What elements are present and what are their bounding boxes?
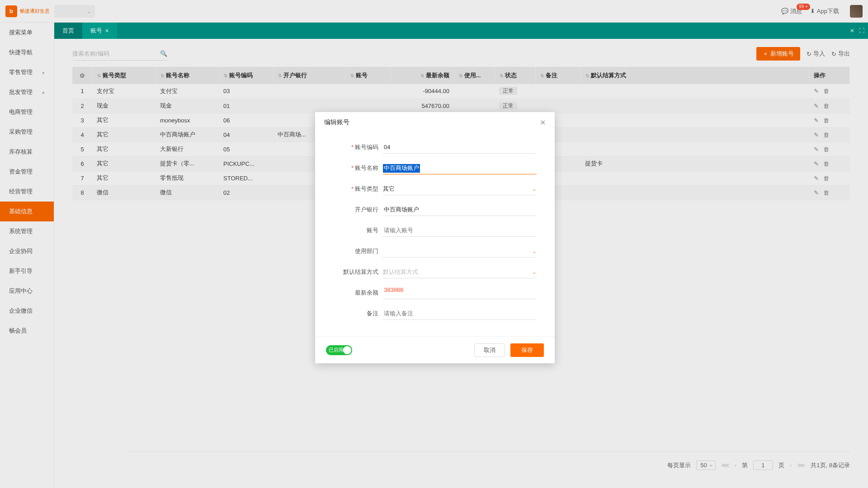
type-select[interactable]: 其它⌄: [383, 183, 537, 195]
note-field[interactable]: [383, 307, 537, 320]
settle-select[interactable]: 默认结算方式⌄: [383, 266, 537, 278]
cancel-button[interactable]: 取消: [474, 343, 505, 357]
chevron-down-icon: ⌄: [532, 186, 537, 192]
bank-field[interactable]: [383, 203, 537, 216]
close-icon[interactable]: ✕: [540, 118, 546, 127]
dept-select[interactable]: ⌄: [383, 245, 537, 258]
chevron-down-icon: ⌄: [532, 269, 537, 275]
save-button[interactable]: 保存: [510, 343, 544, 357]
edit-account-modal: 编辑账号 ✕ *账号编码 *账号名称中百商场账户 *账号类型其它⌄ 开户银行 账…: [315, 112, 555, 363]
name-field[interactable]: 中百商场账户: [383, 162, 537, 174]
balance-value: 383866: [383, 286, 537, 299]
chevron-down-icon: ⌄: [532, 248, 537, 254]
code-field[interactable]: [383, 141, 537, 154]
modal-title: 编辑账号: [324, 118, 349, 127]
account-field[interactable]: [383, 224, 537, 237]
enabled-toggle[interactable]: 已启用: [326, 345, 352, 355]
